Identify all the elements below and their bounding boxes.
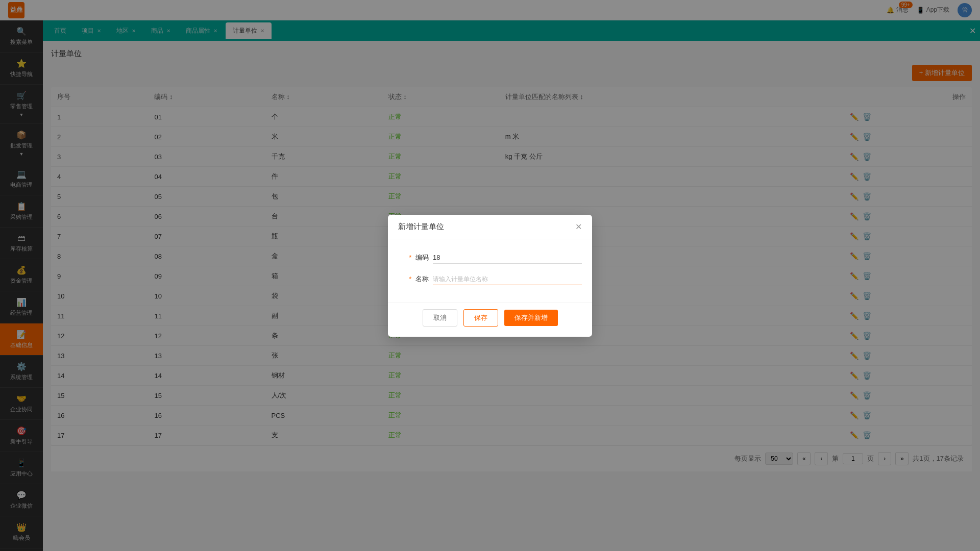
name-label: * 名称 (398, 274, 429, 284)
modal-close-button[interactable]: ✕ (575, 222, 582, 232)
required-mark: * (409, 275, 411, 283)
form-row-code: * 编码 (398, 252, 582, 264)
name-input[interactable] (433, 273, 582, 285)
save-new-button[interactable]: 保存并新增 (504, 310, 558, 326)
modal-header: 新增计量单位 ✕ (388, 215, 592, 239)
modal-overlay: 新增计量单位 ✕ * 编码 * 名称 取消 保存 保存并新增 (0, 0, 980, 551)
code-input[interactable] (433, 252, 582, 264)
cancel-button[interactable]: 取消 (423, 309, 457, 327)
form-row-name: * 名称 (398, 273, 582, 285)
modal-body: * 编码 * 名称 (388, 239, 592, 303)
save-button[interactable]: 保存 (463, 309, 498, 327)
code-label: * 编码 (398, 253, 429, 262)
modal-footer: 取消 保存 保存并新增 (388, 303, 592, 337)
required-mark: * (409, 254, 411, 261)
modal-title: 新增计量单位 (398, 222, 444, 232)
add-unit-modal: 新增计量单位 ✕ * 编码 * 名称 取消 保存 保存并新增 (388, 215, 592, 337)
